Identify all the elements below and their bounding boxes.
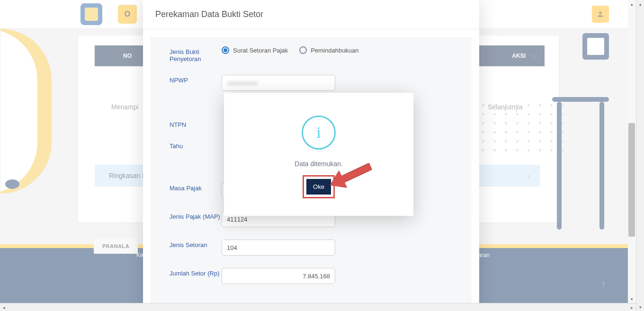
modal-title: Perekaman Data Bukti Setor	[143, 0, 479, 29]
modal-info: i Data ditemukan. Oke	[224, 93, 413, 216]
scrollbar-thumb[interactable]	[628, 123, 635, 237]
label-jumlah: Jumlah Setor (Rp)	[155, 268, 222, 277]
label-jenis-pajak: Jenis Pajak (MAP)	[155, 211, 222, 220]
modal-info-message: Data ditemukan.	[295, 160, 343, 168]
info-icon: i	[302, 116, 336, 150]
scroll-left-icon[interactable]: ◂	[0, 303, 8, 311]
row-jumlah: Jumlah Setor (Rp)	[155, 268, 467, 284]
scroll-down-icon[interactable]: ▾	[636, 303, 644, 311]
scroll-up-icon[interactable]: ▴	[628, 0, 636, 8]
scroll-right-icon[interactable]: ▸	[628, 303, 636, 311]
outer-vertical-scrollbar[interactable]: ▴ ▾	[636, 0, 644, 311]
radio-pemindahbukuan[interactable]: Pemindahbukuan	[299, 46, 358, 54]
input-npwp[interactable]	[222, 75, 335, 91]
radio-icon-unchecked	[299, 46, 307, 54]
label-ntpn: NTPN	[155, 119, 222, 128]
input-jumlah[interactable]	[222, 268, 335, 284]
row-jenis-bukti: Jenis Bukti Penyetoran Surat Setoran Paj…	[155, 46, 467, 62]
label-jenis-bukti: Jenis Bukti Penyetoran	[155, 46, 222, 62]
radio-label-2: Pemindahbukuan	[311, 47, 358, 54]
label-npwp: NPWP	[155, 75, 222, 84]
label-tahun: Tahu	[155, 141, 222, 150]
label-masa: Masa Pajak	[155, 183, 222, 192]
row-npwp: NPWP	[155, 75, 467, 91]
scroll-up-icon[interactable]: ▴	[636, 0, 644, 8]
radio-surat-setoran[interactable]: Surat Setoran Pajak	[222, 46, 288, 54]
inner-vertical-scrollbar[interactable]: ▴ ▾	[628, 0, 636, 303]
label-jenis-setoran: Jenis Setoran	[155, 240, 222, 249]
input-jenis-setoran[interactable]	[222, 240, 335, 256]
row-jenis-setoran: Jenis Setoran	[155, 240, 467, 256]
horizontal-scrollbar[interactable]: ◂ ▸	[0, 303, 636, 311]
radio-icon-checked	[222, 46, 229, 54]
oke-button[interactable]: Oke	[306, 179, 331, 195]
scroll-down-icon[interactable]: ▾	[628, 295, 636, 303]
radio-label-1: Surat Setoran Pajak	[233, 47, 288, 54]
